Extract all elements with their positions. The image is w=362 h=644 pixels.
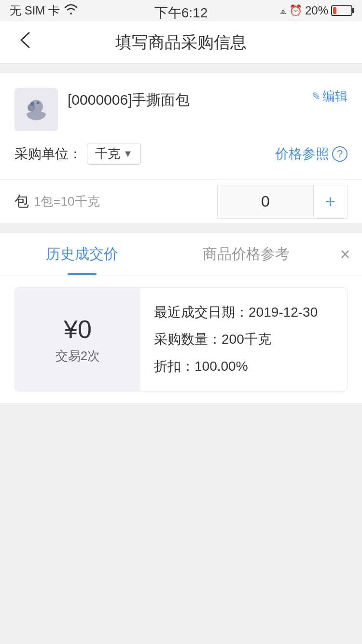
qty-unit-hint: 1包=10千克 xyxy=(34,193,100,210)
status-right: ⟁ ⏰ 20% xyxy=(280,4,352,17)
location-icon: ⟁ xyxy=(280,4,286,17)
back-button[interactable] xyxy=(14,26,36,58)
qty-label: 包 1包=10千克 xyxy=(14,192,100,211)
status-bar: 无 SIM 卡 下午6:12 ⟁ ⏰ 20% xyxy=(0,0,362,21)
product-thumbnail xyxy=(14,88,58,131)
transaction-price: ¥0 xyxy=(64,315,92,344)
product-left: [0000006]手撕面包 xyxy=(14,88,190,131)
qty-plus-button[interactable]: + xyxy=(314,185,348,219)
battery-icon xyxy=(331,5,352,16)
page-title: 填写商品采购信息 xyxy=(115,31,247,54)
product-card: [0000006]手撕面包 ✎ 编辑 采购单位： 千克 ▼ 价格参照 ? xyxy=(0,73,362,179)
tab-section: 历史成交价 商品价格参考 × ¥0 交易2次 最近成交日期：2019-12-30… xyxy=(0,233,362,403)
quantity-input[interactable] xyxy=(217,185,314,219)
transaction-card: ¥0 交易2次 最近成交日期：2019-12-30 采购数量：200千克 折扣：… xyxy=(14,287,348,392)
price-ref-button[interactable]: 价格参照 ? xyxy=(275,145,348,163)
svg-point-3 xyxy=(37,101,40,104)
status-left: 无 SIM 卡 xyxy=(10,3,78,18)
transaction-right: 最近成交日期：2019-12-30 采购数量：200千克 折扣：100.00% xyxy=(140,288,347,391)
battery-percent: 20% xyxy=(305,4,328,17)
carrier-text: 无 SIM 卡 xyxy=(10,3,60,18)
transaction-qty: 采购数量：200千克 xyxy=(154,329,334,350)
qty-controls: + xyxy=(217,185,348,219)
empty-space xyxy=(0,403,362,644)
unit-select[interactable]: 千克 ▼ xyxy=(87,143,141,165)
qty-unit: 包 xyxy=(14,192,29,211)
help-icon: ? xyxy=(332,146,348,162)
tab-price-reference[interactable]: 商品价格参考 xyxy=(164,233,328,275)
svg-point-2 xyxy=(30,102,34,106)
purchase-unit-row: 采购单位： 千克 ▼ 价格参照 ? xyxy=(14,143,348,165)
tab-bar: 历史成交价 商品价格参考 × xyxy=(0,233,362,276)
quantity-row: 包 1包=10千克 + xyxy=(0,180,362,224)
dropdown-icon: ▼ xyxy=(123,148,133,159)
transaction-discount: 折扣：100.00% xyxy=(154,356,334,377)
wifi-icon xyxy=(64,4,78,17)
unit-left: 采购单位： 千克 ▼ xyxy=(14,143,141,165)
tab-close-button[interactable]: × xyxy=(328,233,362,275)
tab-history-price[interactable]: 历史成交价 xyxy=(0,233,164,275)
alarm-icon: ⏰ xyxy=(289,4,302,17)
purchase-unit-label: 采购单位： xyxy=(14,145,82,163)
product-header: [0000006]手撕面包 ✎ 编辑 xyxy=(14,88,348,131)
unit-value: 千克 xyxy=(95,145,120,162)
nav-bar: 填写商品采购信息 xyxy=(0,21,362,64)
edit-button[interactable]: ✎ 编辑 xyxy=(312,88,348,105)
history-content: ¥0 交易2次 最近成交日期：2019-12-30 采购数量：200千克 折扣：… xyxy=(0,276,362,403)
price-ref-label: 价格参照 xyxy=(275,145,329,163)
time-display: 下午6:12 xyxy=(154,4,208,22)
transaction-count: 交易2次 xyxy=(56,348,100,364)
transaction-date: 最近成交日期：2019-12-30 xyxy=(154,302,334,322)
transaction-left: ¥0 交易2次 xyxy=(15,288,140,391)
product-name: [0000006]手撕面包 xyxy=(68,88,190,110)
